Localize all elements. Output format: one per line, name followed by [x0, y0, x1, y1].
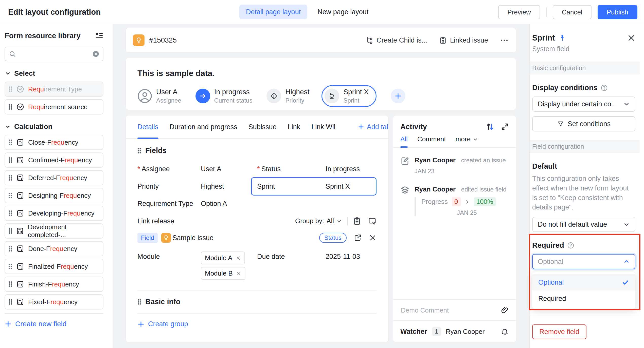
option-required[interactable]: Required: [532, 291, 635, 307]
cancel-button[interactable]: Cancel: [553, 5, 592, 19]
library-item-designing-frequency[interactable]: Designing-Frequency: [5, 188, 103, 203]
add-linked-record-icon[interactable]: [353, 217, 361, 225]
plus-icon: [5, 320, 12, 327]
activity-tab-comment[interactable]: Comment: [417, 135, 446, 147]
drag-handle-icon[interactable]: [9, 104, 12, 110]
bell-icon[interactable]: [501, 327, 509, 336]
field-module[interactable]: Module Module A Module B: [137, 252, 257, 280]
tab-link-wil[interactable]: Link Wil: [311, 115, 335, 139]
default-value-select[interactable]: Do not fill default value: [532, 217, 635, 232]
drag-handle-icon[interactable]: [9, 175, 12, 181]
field-sprint-selected[interactable]: Sprint Sprint X: [251, 177, 377, 196]
drag-handle-icon[interactable]: [9, 281, 12, 287]
library-item-finish-frequency[interactable]: Finish-Frequency: [5, 277, 103, 292]
help-icon[interactable]: [601, 84, 608, 91]
create-new-field-button[interactable]: Create new field: [5, 313, 103, 328]
library-item-fixed-frequency[interactable]: Fixed-Frequency: [5, 294, 103, 310]
add-field-chip-button[interactable]: [391, 89, 405, 103]
module-chip[interactable]: Module A: [201, 252, 245, 264]
drag-handle-icon[interactable]: [137, 148, 141, 154]
collapse-panel-icon[interactable]: [95, 31, 103, 40]
library-item-development-completed[interactable]: Development completed-...: [5, 223, 103, 239]
library-item-deferred-frequency[interactable]: Deferred-Frequency: [5, 170, 103, 185]
tab-detail-page-layout[interactable]: Detail page layout: [239, 5, 307, 19]
current-status-chip[interactable]: In progressCurrent status: [195, 88, 253, 104]
library-item-finalized-frequency[interactable]: Finalized-Frequency: [5, 259, 103, 274]
layers-event-icon: [400, 185, 409, 216]
option-optional[interactable]: Optional: [532, 274, 635, 291]
library-item-close-frequency[interactable]: Close-Frequency: [5, 135, 103, 150]
sprint-chip-selected[interactable]: Sprint XSprint: [321, 85, 377, 107]
tab-new-page-layout[interactable]: New page layout: [311, 5, 375, 19]
sort-order-icon[interactable]: [486, 122, 495, 131]
tab-duration-and-progress[interactable]: Duration and progress: [170, 115, 237, 139]
create-child-issue-button[interactable]: Create Child is...: [365, 36, 427, 44]
open-in-new-icon[interactable]: [354, 234, 362, 242]
linked-issue-row[interactable]: Field Sample issue Status: [137, 233, 377, 243]
more-actions-icon[interactable]: [500, 36, 509, 45]
drag-handle-icon[interactable]: [9, 139, 12, 145]
field-assignee[interactable]: *Assignee User A: [137, 164, 257, 174]
pin-icon[interactable]: [559, 34, 566, 42]
drag-handle-icon[interactable]: [137, 299, 141, 305]
drag-handle-icon[interactable]: [9, 210, 12, 216]
drag-handle-icon[interactable]: [9, 157, 12, 163]
field-configuration-section: Field configuration: [530, 140, 640, 153]
search-input[interactable]: [19, 50, 92, 58]
field-priority[interactable]: Priority Highest: [137, 181, 257, 192]
attachment-icon[interactable]: [501, 306, 509, 314]
library-item-confirmed-frequency[interactable]: Confirmed-Frequency: [5, 152, 103, 168]
drag-handle-icon[interactable]: [9, 246, 12, 252]
add-tab-button[interactable]: Add tab: [358, 123, 388, 131]
section-select[interactable]: Select: [5, 69, 113, 78]
drag-handle-icon[interactable]: [9, 299, 12, 305]
set-conditions-button[interactable]: Set conditions: [532, 116, 635, 131]
activity-panel: Activity All Comment more: [393, 115, 516, 342]
library-item-done-frequency[interactable]: Done-Frequency: [5, 241, 103, 256]
create-group-button[interactable]: Create group: [137, 320, 377, 328]
details-card: Details Duration and progress Subissue L…: [126, 115, 388, 342]
watcher-count-badge: 1: [432, 327, 441, 336]
library-item-label: Finish-Frequency: [28, 280, 79, 288]
drag-handle-icon[interactable]: [9, 263, 12, 269]
tab-details[interactable]: Details: [137, 115, 158, 139]
status-pill-button[interactable]: Status: [319, 233, 347, 243]
top-bar: Edit layout configuration Detail page la…: [0, 0, 644, 24]
comment-input[interactable]: [400, 306, 501, 315]
module-chip[interactable]: Module B: [201, 267, 245, 280]
library-item-developing-frequency[interactable]: Developing-Frequency: [5, 206, 103, 221]
library-search[interactable]: [5, 47, 103, 61]
publish-button[interactable]: Publish: [598, 5, 637, 19]
priority-chip[interactable]: HighestPriority: [266, 88, 309, 104]
assignee-chip[interactable]: User AAssignee: [137, 88, 181, 104]
remove-linked-issue-icon[interactable]: [369, 234, 377, 242]
calculation-field-icon: [16, 298, 24, 306]
remove-field-button[interactable]: Remove field: [532, 324, 586, 339]
activity-tab-all[interactable]: All: [400, 135, 408, 147]
view-filter-icon[interactable]: [368, 217, 377, 225]
activity-tab-more[interactable]: more: [456, 135, 478, 147]
field-link-release[interactable]: Link release Group by: All: [137, 216, 377, 226]
preview-button[interactable]: Preview: [498, 5, 540, 19]
tab-link[interactable]: Link: [288, 115, 300, 139]
help-icon[interactable]: [567, 242, 574, 249]
drag-handle-icon[interactable]: [9, 228, 12, 234]
clear-search-icon[interactable]: [92, 50, 99, 57]
close-inspector-icon[interactable]: [627, 34, 635, 42]
group-by-dropdown[interactable]: Group by: All: [295, 217, 342, 225]
tab-subissue[interactable]: Subissue: [248, 115, 277, 139]
library-item-requirement-source[interactable]: Requirement source: [5, 99, 103, 114]
activity-feed: Ryan Cooper created an issue JAN 23 Ryan…: [393, 148, 516, 216]
required-select-open[interactable]: Optional: [532, 254, 635, 269]
linked-issue-button[interactable]: Linked issue: [439, 36, 488, 44]
display-conditions-select[interactable]: Display under certain co...: [532, 96, 635, 112]
field-status[interactable]: *Status In progress: [257, 164, 377, 174]
linked-issue-title[interactable]: Sample issue: [172, 234, 213, 242]
section-calculation[interactable]: Calculation: [5, 123, 113, 131]
chevron-down-icon: [473, 137, 478, 142]
expand-panel-icon[interactable]: [501, 123, 509, 131]
library-item-label: Fixed-Frequency: [28, 298, 78, 306]
field-due-date[interactable]: Due date 2025-11-03: [257, 252, 377, 262]
drag-handle-icon[interactable]: [9, 192, 12, 199]
field-requirement-type[interactable]: Requirement Type Option A: [137, 199, 257, 209]
